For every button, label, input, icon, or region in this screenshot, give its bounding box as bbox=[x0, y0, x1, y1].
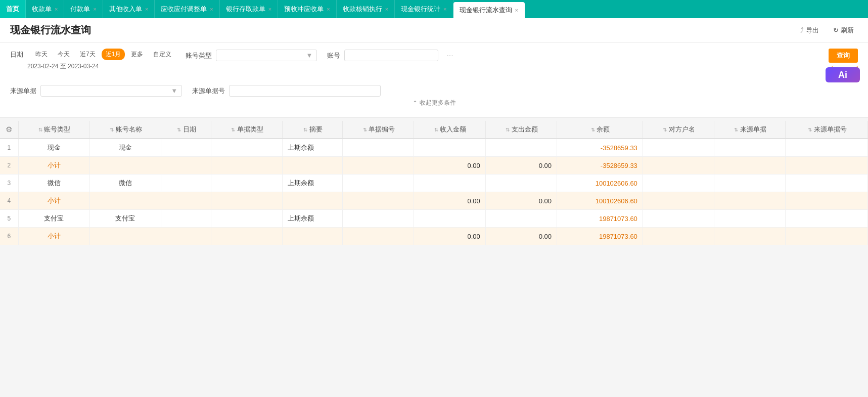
gear-icon[interactable]: ⚙ bbox=[6, 125, 12, 134]
cell-date bbox=[161, 210, 211, 228]
account-dots-icon[interactable]: ··· bbox=[442, 50, 457, 61]
nav-tab-3[interactable]: 应收应付调整单 × bbox=[155, 0, 219, 18]
cell-doc-type bbox=[211, 192, 282, 210]
nav-tab-1[interactable]: 付款单 × bbox=[64, 0, 103, 18]
table-header-row: ⚙ ⇅ 账号类型 ⇅ 账号名称 ⇅ 日期 ⇅ 单据类型 bbox=[0, 121, 868, 139]
cell-summary bbox=[283, 192, 343, 210]
source-doc-label: 来源单据 bbox=[10, 86, 36, 96]
nav-home[interactable]: 首页 bbox=[0, 0, 26, 18]
cell-account-type: 微信 bbox=[18, 174, 89, 192]
date-btn-today[interactable]: 今天 bbox=[54, 49, 74, 60]
account-label: 账号 bbox=[327, 51, 340, 60]
cell-doc-type bbox=[211, 139, 282, 157]
page-title: 现金银行流水查询 bbox=[10, 23, 91, 37]
cell-balance: 100102606.60 bbox=[557, 174, 643, 192]
th-doc-type[interactable]: ⇅ 单据类型 bbox=[211, 121, 282, 139]
th-doc-no[interactable]: ⇅ 单据编号 bbox=[343, 121, 414, 139]
th-source-doc[interactable]: ⇅ 来源单据 bbox=[714, 121, 786, 139]
close-tab-5[interactable]: × bbox=[327, 6, 330, 12]
nav-tab-5[interactable]: 预收冲应收单 × bbox=[278, 0, 336, 18]
cell-account-type: 支付宝 bbox=[18, 210, 89, 228]
collapse-icon: ⌃ bbox=[413, 100, 418, 107]
date-btn-1month[interactable]: 近1月 bbox=[102, 49, 125, 60]
close-tab-7[interactable]: × bbox=[443, 6, 446, 12]
row-num: 5 bbox=[0, 210, 18, 228]
cell-account-name: 现金 bbox=[89, 139, 161, 157]
collapse-filter-button[interactable]: ⌃ 收起更多条件 bbox=[10, 97, 858, 111]
cell-summary: 上期余额 bbox=[283, 139, 343, 157]
source-doc-select[interactable]: ▼ bbox=[40, 85, 182, 97]
th-balance[interactable]: ⇅ 余额 bbox=[557, 121, 643, 139]
cell-counterparty bbox=[643, 210, 714, 228]
date-btn-custom[interactable]: 自定义 bbox=[149, 49, 175, 60]
nav-tab-7[interactable]: 现金银行统计 × bbox=[395, 0, 453, 18]
cell-doc-no bbox=[343, 139, 414, 157]
refresh-icon: ↻ bbox=[833, 26, 839, 34]
query-button[interactable]: 查询 bbox=[829, 49, 858, 63]
cell-counterparty bbox=[643, 228, 714, 245]
th-gear[interactable]: ⚙ bbox=[0, 121, 18, 139]
close-tab-3[interactable]: × bbox=[210, 6, 213, 12]
date-btn-yesterday[interactable]: 昨天 bbox=[31, 49, 52, 60]
source-doc-no-input[interactable] bbox=[229, 85, 381, 97]
close-tab-4[interactable]: × bbox=[268, 6, 271, 12]
nav-tab-6[interactable]: 收款核销执行 × bbox=[337, 0, 395, 18]
table-row: 3微信微信上期余额100102606.60 bbox=[0, 174, 868, 192]
header-actions: ⤴ 导出 ↻ 刷新 bbox=[796, 24, 858, 37]
cell-income bbox=[414, 210, 485, 228]
cell-income bbox=[414, 139, 485, 157]
nav-tab-0[interactable]: 收款单 × bbox=[26, 0, 64, 18]
table-row: 1现金现金上期余额-3528659.33 bbox=[0, 139, 868, 157]
cell-source-doc-no bbox=[786, 228, 868, 245]
nav-tab-8[interactable]: 现金银行流水查询 × bbox=[453, 2, 525, 18]
cell-source-doc bbox=[714, 139, 786, 157]
cell-balance: -3528659.33 bbox=[557, 139, 643, 157]
cell-summary: 上期余额 bbox=[283, 210, 343, 228]
cell-account-name bbox=[89, 157, 161, 174]
cell-summary bbox=[283, 157, 343, 174]
cell-balance: 19871073.60 bbox=[557, 210, 643, 228]
date-btn-7days[interactable]: 近7天 bbox=[76, 49, 100, 60]
close-tab-2[interactable]: × bbox=[145, 6, 148, 12]
cell-account-type: 小计 bbox=[18, 228, 89, 245]
account-type-select[interactable]: ▼ bbox=[216, 50, 317, 61]
cell-source-doc bbox=[714, 228, 786, 245]
cell-source-doc-no bbox=[786, 139, 868, 157]
ai-badge[interactable]: Ai bbox=[826, 67, 860, 82]
th-account-type[interactable]: ⇅ 账号类型 bbox=[18, 121, 89, 139]
cell-counterparty bbox=[643, 139, 714, 157]
row-num: 3 bbox=[0, 174, 18, 192]
close-tab-0[interactable]: × bbox=[55, 6, 58, 12]
th-income[interactable]: ⇅ 收入金额 bbox=[414, 121, 485, 139]
cell-source-doc-no bbox=[786, 157, 868, 174]
close-tab-6[interactable]: × bbox=[385, 6, 388, 12]
th-source-doc-no[interactable]: ⇅ 来源单据号 bbox=[786, 121, 868, 139]
th-counterparty[interactable]: ⇅ 对方户名 bbox=[643, 121, 714, 139]
nav-tab-2[interactable]: 其他收入单 × bbox=[103, 0, 155, 18]
date-filter-label: 日期 bbox=[10, 50, 23, 59]
main-table: ⚙ ⇅ 账号类型 ⇅ 账号名称 ⇅ 日期 ⇅ 单据类型 bbox=[0, 121, 868, 245]
cell-summary bbox=[283, 228, 343, 245]
th-expense[interactable]: ⇅ 支出金额 bbox=[485, 121, 557, 139]
row-num: 6 bbox=[0, 228, 18, 245]
export-button[interactable]: ⤴ 导出 bbox=[796, 24, 823, 37]
th-account-name[interactable]: ⇅ 账号名称 bbox=[89, 121, 161, 139]
source-doc-chevron-icon: ▼ bbox=[171, 87, 177, 95]
cell-account-name bbox=[89, 192, 161, 210]
th-summary[interactable]: ⇅ 摘要 bbox=[283, 121, 343, 139]
th-date[interactable]: ⇅ 日期 bbox=[161, 121, 211, 139]
date-btn-more[interactable]: 更多 bbox=[127, 49, 147, 60]
refresh-button[interactable]: ↻ 刷新 bbox=[829, 24, 858, 37]
cell-doc-no bbox=[343, 228, 414, 245]
close-tab-1[interactable]: × bbox=[93, 6, 96, 12]
row-num: 4 bbox=[0, 192, 18, 210]
close-tab-8[interactable]: × bbox=[515, 7, 518, 13]
cell-date bbox=[161, 157, 211, 174]
cell-balance: 100102606.60 bbox=[557, 192, 643, 210]
nav-tab-4[interactable]: 银行存取款单 × bbox=[220, 0, 278, 18]
cell-doc-type bbox=[211, 210, 282, 228]
account-input[interactable] bbox=[344, 50, 438, 61]
cell-doc-type bbox=[211, 228, 282, 245]
cell-doc-no bbox=[343, 210, 414, 228]
cell-doc-type bbox=[211, 174, 282, 192]
